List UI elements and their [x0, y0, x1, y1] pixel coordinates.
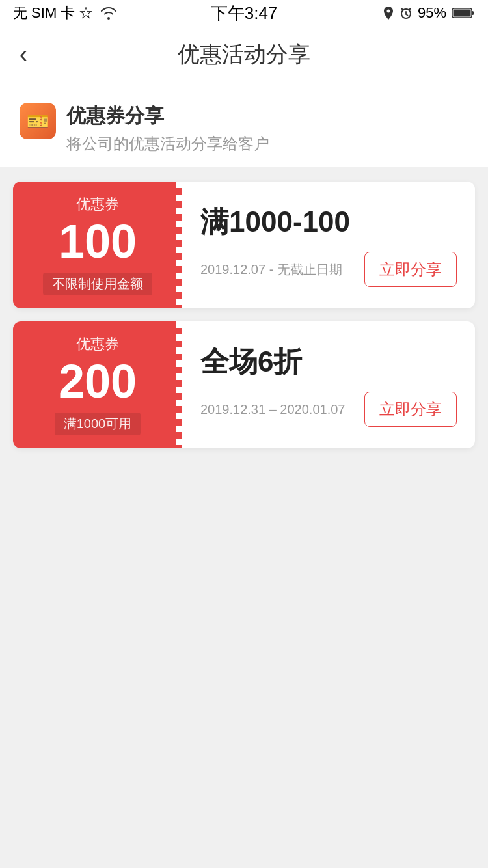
coupon-date-0: 2019.12.07 - 无截止日期	[200, 261, 357, 278]
battery-icon	[452, 7, 475, 19]
section-header: 🎫 优惠券分享 将公司的优惠活动分享给客户	[0, 83, 488, 167]
section-icon: 🎫	[20, 103, 56, 139]
share-button-1[interactable]: 立即分享	[364, 392, 457, 427]
nav-bar: ‹ 优惠活动分享	[0, 26, 488, 83]
nav-title: 优惠活动分享	[178, 40, 310, 70]
wifi-icon	[100, 7, 118, 20]
coupon-label-1: 优惠券	[76, 334, 119, 354]
section-heading: 优惠券分享	[66, 103, 269, 129]
coupon-title-0: 满1000-100	[200, 203, 457, 241]
coupon-condition-0: 不限制使用金额	[43, 273, 152, 295]
coupon-list: 优惠券 100 不限制使用金额 满1000-100 2019.12.07 - 无…	[0, 169, 488, 461]
no-sim-text: 无 SIM 卡 ☆	[13, 3, 93, 23]
coupon-amount-0: 100	[59, 218, 137, 265]
section-text: 优惠券分享 将公司的优惠活动分享给客户	[66, 103, 269, 154]
alarm-icon	[400, 6, 413, 20]
coupon-meta-0: 2019.12.07 - 无截止日期 立即分享	[200, 252, 457, 287]
section-desc: 将公司的优惠活动分享给客户	[66, 133, 269, 154]
share-button-0[interactable]: 立即分享	[364, 252, 457, 287]
coupon-left-0: 优惠券 100 不限制使用金额	[13, 182, 182, 308]
status-right: 95%	[383, 5, 475, 21]
status-time: 下午3:47	[211, 2, 278, 25]
coupon-meta-1: 2019.12.31 – 2020.01.07 立即分享	[200, 392, 457, 427]
svg-rect-3	[454, 10, 471, 17]
coupon-left-1: 优惠券 200 满1000可用	[13, 321, 182, 448]
coupon-date-1: 2019.12.31 – 2020.01.07	[200, 402, 357, 417]
coupon-right-0: 满1000-100 2019.12.07 - 无截止日期 立即分享	[182, 182, 475, 308]
back-button[interactable]: ‹	[20, 41, 27, 68]
location-icon	[383, 6, 394, 20]
coupon-card: 优惠券 100 不限制使用金额 满1000-100 2019.12.07 - 无…	[13, 182, 475, 308]
battery-text: 95%	[418, 5, 446, 21]
svg-rect-2	[472, 11, 474, 15]
coupon-amount-1: 200	[59, 358, 137, 405]
coupon-title-1: 全场6折	[200, 343, 457, 381]
coupon-card: 优惠券 200 满1000可用 全场6折 2019.12.31 – 2020.0…	[13, 321, 475, 448]
status-left: 无 SIM 卡 ☆	[13, 3, 118, 23]
coupon-right-1: 全场6折 2019.12.31 – 2020.01.07 立即分享	[182, 321, 475, 448]
coupon-label-0: 优惠券	[76, 195, 119, 214]
coupon-condition-1: 满1000可用	[55, 413, 141, 435]
status-bar: 无 SIM 卡 ☆ 下午3:47 95%	[0, 0, 488, 26]
